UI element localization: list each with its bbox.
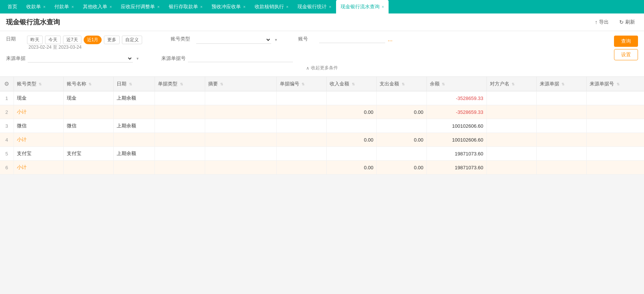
sort-icon[interactable]: ⇅ — [220, 82, 223, 86]
sort-icon[interactable]: ⇅ — [39, 82, 42, 86]
date-custom[interactable]: 自定义 — [122, 36, 142, 44]
nav-home[interactable]: 首页 — [3, 0, 22, 13]
date-yesterday[interactable]: 昨天 — [27, 36, 43, 44]
nav-prepay-offset[interactable]: 预收冲应收单 × — [207, 0, 250, 13]
close-icon[interactable]: × — [329, 4, 331, 9]
date-1month[interactable]: 近1月 — [84, 36, 102, 44]
cell-account-type: 小计 — [14, 105, 63, 119]
data-table: ⚙ 账号类型 ⇅ 账号名称 ⇅ 日期 ⇅ 单据类型 ⇅ — [0, 77, 644, 175]
cell-account-type: 小计 — [14, 161, 63, 175]
close-icon[interactable]: × — [157, 4, 159, 9]
source-doc-num-input[interactable] — [188, 55, 293, 62]
col-account-name: 账号名称 ⇅ — [63, 77, 113, 91]
cell-num: 4 — [0, 133, 14, 147]
settings-button[interactable]: 设置 — [614, 49, 638, 60]
account-type-group: ▾ — [196, 36, 277, 44]
table-row[interactable]: 4 小计 0.00 0.00 100102606.60 — [0, 133, 644, 147]
source-doc-group: 来源单据 ▾ — [6, 54, 139, 63]
collapse-bar[interactable]: ∧ 收起更多条件 — [6, 63, 638, 72]
nav-payment[interactable]: 付款单 × — [50, 0, 78, 13]
cell-source-doc-no — [587, 161, 644, 175]
export-button[interactable]: ↑ 导出 — [592, 17, 612, 27]
sort-icon[interactable]: ⇅ — [302, 82, 305, 86]
account-group: ... — [319, 36, 392, 43]
cell-num: 1 — [0, 91, 14, 105]
cell-source-doc-no — [587, 133, 644, 147]
nav-cash-bank-stat[interactable]: 现金银行统计 × — [293, 0, 336, 13]
cell-summary — [205, 119, 276, 133]
sort-icon[interactable]: ⇅ — [89, 82, 92, 86]
cell-balance: 100102606.60 — [426, 119, 486, 133]
cell-source-doc — [536, 105, 586, 119]
cell-counterparty — [486, 119, 536, 133]
sort-icon[interactable]: ⇅ — [617, 82, 620, 86]
cell-summary — [205, 161, 276, 175]
nav-ar-ap-adjust[interactable]: 应收应付调整单 × — [116, 0, 164, 13]
close-icon[interactable]: × — [243, 4, 245, 9]
close-icon[interactable]: × — [382, 4, 384, 9]
nav-bank-deposit[interactable]: 银行存取款单 × — [164, 0, 207, 13]
sort-icon[interactable]: ⇅ — [180, 82, 183, 86]
top-nav: 首页 收款单 × 付款单 × 其他收入单 × 应收应付调整单 × 银行存取款单 … — [0, 0, 644, 13]
sort-icon[interactable]: ⇅ — [402, 82, 405, 86]
gear-icon[interactable]: ⚙ — [4, 81, 9, 87]
cell-account-name: 微信 — [63, 119, 113, 133]
close-icon[interactable]: × — [43, 4, 45, 9]
col-source-doc-no: 来源单据号 ⇅ — [587, 77, 644, 91]
cell-num: 2 — [0, 105, 14, 119]
cell-summary — [205, 147, 276, 161]
close-icon[interactable]: × — [286, 4, 288, 9]
page-header: 现金银行流水查询 ↑ 导出 ↻ 刷新 — [0, 13, 644, 31]
cell-counterparty — [486, 91, 536, 105]
table-row[interactable]: 2 小计 0.00 0.00 -3528659.33 — [0, 105, 644, 119]
account-type-select[interactable] — [196, 36, 271, 44]
col-source-doc: 来源单据 ⇅ — [536, 77, 586, 91]
query-button[interactable]: 查询 — [614, 36, 638, 47]
account-dots[interactable]: ... — [387, 36, 392, 43]
table-row[interactable]: 6 小计 0.00 0.00 19871073.60 — [0, 161, 644, 175]
sort-icon[interactable]: ⇅ — [352, 82, 355, 86]
cell-counterparty — [486, 133, 536, 147]
table-body: 1 现金 现金 上期余额 -3528659.33 2 小计 0.00 0.00 … — [0, 91, 644, 175]
cell-source-doc — [536, 119, 586, 133]
cell-doc-type — [155, 91, 205, 105]
cell-date — [114, 105, 155, 119]
cell-doc-no — [276, 91, 326, 105]
date-today[interactable]: 今天 — [45, 36, 61, 44]
table-row[interactable]: 5 支付宝 支付宝 上期余额 19871073.60 — [0, 147, 644, 161]
source-doc-num-group: 来源单据号 — [161, 55, 293, 62]
source-doc-select[interactable] — [28, 54, 133, 63]
sort-icon[interactable]: ⇅ — [561, 82, 564, 86]
right-actions: 查询 设置 — [614, 36, 638, 60]
date-range: 2023-02-24 至 2023-03-24 — [29, 44, 142, 51]
close-icon[interactable]: × — [71, 4, 74, 9]
cell-account-name: 支付宝 — [63, 147, 113, 161]
nav-collection-exec[interactable]: 收款核销执行 × — [250, 0, 293, 13]
close-icon[interactable]: × — [200, 4, 203, 9]
sort-icon[interactable]: ⇅ — [129, 82, 132, 86]
date-7days[interactable]: 近7天 — [63, 36, 81, 44]
account-input[interactable] — [319, 36, 385, 43]
col-expense: 支出金额 ⇅ — [377, 77, 426, 91]
cell-doc-type — [155, 161, 205, 175]
cell-account-type: 现金 — [14, 91, 63, 105]
cell-account-type: 支付宝 — [14, 147, 63, 161]
sort-icon[interactable]: ⇅ — [512, 82, 515, 86]
nav-receipt[interactable]: 收款单 × — [22, 0, 50, 13]
refresh-button[interactable]: ↻ 刷新 — [616, 17, 638, 27]
header-actions: ↑ 导出 ↻ 刷新 — [592, 17, 638, 27]
sort-icon[interactable]: ⇅ — [442, 82, 445, 86]
filter-area: 日期 昨天 今天 近7天 近1月 更多 自定义 2023-02-24 至 202… — [0, 31, 644, 77]
table-row[interactable]: 3 微信 微信 上期余额 100102606.60 — [0, 119, 644, 133]
cell-balance: 19871073.60 — [426, 161, 486, 175]
date-more[interactable]: 更多 — [104, 36, 120, 44]
nav-cash-bank-flow[interactable]: 现金银行流水查询 × — [336, 0, 389, 13]
cell-date: 上期余额 — [114, 147, 155, 161]
close-icon[interactable]: × — [110, 4, 112, 9]
nav-other-income[interactable]: 其他收入单 × — [78, 0, 116, 13]
cell-income: 0.00 — [327, 133, 377, 147]
cell-num: 3 — [0, 119, 14, 133]
cell-account-name — [63, 133, 113, 147]
cell-doc-no — [276, 105, 326, 119]
table-row[interactable]: 1 现金 现金 上期余额 -3528659.33 — [0, 91, 644, 105]
